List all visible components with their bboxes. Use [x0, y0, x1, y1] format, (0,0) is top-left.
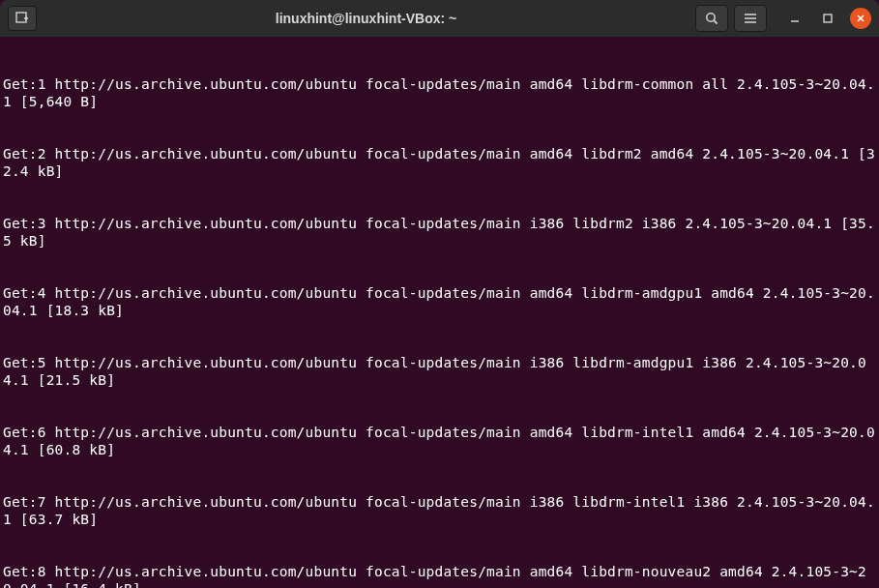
svg-line-4	[714, 20, 717, 23]
maximize-icon	[822, 13, 834, 24]
close-icon	[855, 13, 866, 24]
hamburger-icon	[744, 12, 757, 25]
titlebar: linuxhint@linuxhint-VBox: ~	[0, 0, 879, 37]
terminal-line: Get:8 http://us.archive.ubuntu.com/ubunt…	[3, 563, 876, 588]
terminal-line: Get:7 http://us.archive.ubuntu.com/ubunt…	[3, 493, 876, 528]
svg-point-3	[707, 14, 715, 21]
terminal-line: Get:1 http://us.archive.ubuntu.com/ubunt…	[3, 75, 876, 110]
new-tab-icon	[15, 12, 29, 25]
menu-button[interactable]	[734, 5, 767, 32]
terminal-line: Get:3 http://us.archive.ubuntu.com/ubunt…	[3, 215, 876, 250]
search-icon	[705, 12, 718, 25]
svg-rect-0	[16, 13, 26, 22]
new-tab-button[interactable]	[8, 6, 37, 31]
terminal-line: Get:5 http://us.archive.ubuntu.com/ubunt…	[3, 354, 876, 389]
terminal-line: Get:2 http://us.archive.ubuntu.com/ubunt…	[3, 145, 876, 180]
maximize-button[interactable]	[817, 8, 838, 29]
minimize-button[interactable]	[784, 8, 806, 29]
terminal-line: Get:6 http://us.archive.ubuntu.com/ubunt…	[3, 424, 876, 458]
terminal-output[interactable]: Get:1 http://us.archive.ubuntu.com/ubunt…	[0, 37, 879, 588]
terminal-line: Get:4 http://us.archive.ubuntu.com/ubunt…	[3, 284, 876, 319]
svg-rect-9	[824, 15, 832, 22]
close-button[interactable]	[850, 8, 871, 29]
search-button[interactable]	[695, 5, 728, 32]
window-title: linuxhint@linuxhint-VBox: ~	[43, 11, 689, 26]
minimize-icon	[789, 13, 801, 24]
window-controls	[784, 8, 871, 29]
